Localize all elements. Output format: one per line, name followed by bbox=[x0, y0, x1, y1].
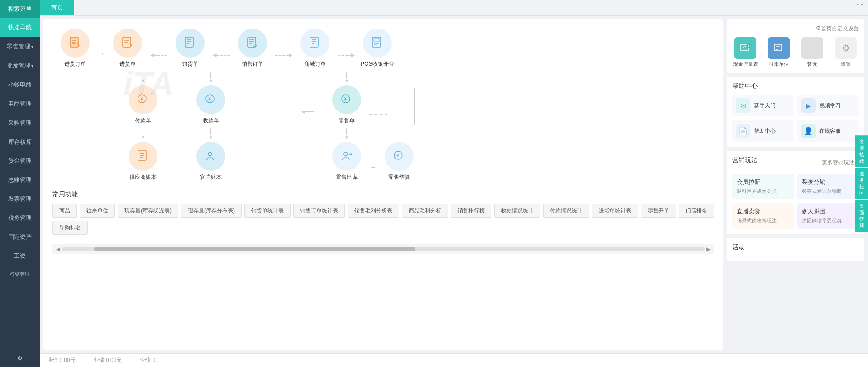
quick-icon-cashflow[interactable]: 现金流量表 bbox=[732, 37, 758, 68]
more-marketing-link[interactable]: 更多营销玩法 > bbox=[822, 159, 859, 167]
tab-home[interactable]: 首页 bbox=[40, 0, 74, 15]
func-btn-partner[interactable]: 往来单位 bbox=[80, 204, 115, 218]
sidebar-item-ledger[interactable]: 总账管理 bbox=[0, 170, 40, 189]
cashflow-icon bbox=[734, 37, 756, 59]
func-btn-sales-rank[interactable]: 销售排行榜 bbox=[451, 204, 491, 218]
svg-rect-16 bbox=[310, 37, 318, 47]
gear-icon: ⚙ bbox=[816, 25, 821, 33]
scroll-left-btn[interactable]: ◀ bbox=[54, 246, 62, 252]
quick-icon-settings[interactable]: ⚙ 设置 bbox=[833, 37, 859, 68]
node-supplier-account[interactable]: 供应商账本 bbox=[120, 142, 166, 181]
svg-point-34 bbox=[208, 152, 212, 156]
quick-icons-row: 现金流量表 往来单位 bbox=[732, 37, 859, 68]
node-payment[interactable]: ¥ 付款单 bbox=[120, 85, 166, 125]
partner-icon bbox=[768, 37, 790, 59]
v-connector-retail: ▼ bbox=[344, 126, 349, 142]
sidebar-item-marketing-mgr[interactable]: 行销管理 bbox=[0, 266, 40, 283]
node-receipt[interactable]: ¥ 收款单 bbox=[188, 85, 234, 125]
func-btn-purchase-stat[interactable]: 进货单统计表 bbox=[592, 204, 638, 218]
sidebar-item-quicknav[interactable]: 快捷导航 bbox=[0, 18, 40, 37]
sidebar-item-assets[interactable]: 固定资产 bbox=[0, 227, 40, 246]
sidebar-item-ecom-small[interactable]: 小畅电商 bbox=[0, 75, 40, 94]
node-pos[interactable]: POS收银开台 bbox=[355, 29, 400, 68]
help-item-video[interactable]: ▶ 视频学习 bbox=[797, 95, 859, 116]
node-customer-account[interactable]: 客户账本 bbox=[188, 142, 234, 181]
func-btn-guide-rank[interactable]: 导购排名 bbox=[52, 221, 88, 235]
video-icon: ▶ bbox=[801, 98, 816, 113]
customize-header[interactable]: ⚙ 首页自定义设置 bbox=[732, 25, 859, 33]
sales-order-icon bbox=[238, 29, 267, 58]
func-btn-sales-stat[interactable]: 销货单统计表 bbox=[244, 204, 291, 218]
marketing-card-group[interactable]: 多人拼团 拼团购物享受优惠 bbox=[797, 203, 859, 229]
flow-diagram: iTA bbox=[52, 29, 714, 181]
func-btn-stock1[interactable]: 现存量(库存状况表) bbox=[118, 204, 178, 218]
chevron-down-icon: ▾ bbox=[31, 44, 33, 49]
sidebar-item-finance[interactable]: 资金管理 bbox=[0, 151, 40, 170]
sidebar-settings[interactable]: ⚙ bbox=[0, 349, 40, 367]
func-btn-store-rank[interactable]: 门店排名 bbox=[679, 204, 714, 218]
float-community-btn[interactable]: 服务社区 bbox=[855, 168, 868, 199]
marketing-card-member[interactable]: 会员拉新 吸引用户成为会员 bbox=[732, 174, 794, 199]
sidebar-item-invoice[interactable]: 发票管理 bbox=[0, 189, 40, 208]
sidebar-search[interactable]: 搜索菜单 bbox=[0, 0, 40, 18]
node-sales-order[interactable]: 销售订单 bbox=[230, 29, 275, 68]
help-center-title: 帮助中心 bbox=[732, 82, 859, 90]
help-item-service[interactable]: 👤 在线客服 bbox=[797, 120, 859, 142]
dashed-connector-2: ◀ bbox=[213, 52, 230, 68]
svg-text:¥: ¥ bbox=[343, 96, 347, 101]
marketing-card-live[interactable]: 直播卖货 场景式购物新玩法 bbox=[732, 203, 794, 229]
tab-bar: 首页 ⛶ bbox=[40, 0, 868, 16]
node-purchase-order[interactable]: 进货订单 bbox=[52, 29, 98, 68]
common-functions: 常用功能 商品 往来单位 现存量(库存状况表) 现存量(库存分布表) 销货单统计… bbox=[52, 190, 714, 235]
svg-text:¥: ¥ bbox=[208, 96, 211, 101]
func-btn-stock2[interactable]: 现存量(库存分布表) bbox=[181, 204, 242, 218]
node-mall-order[interactable]: 商城订单 bbox=[292, 29, 338, 68]
empty-icon bbox=[801, 37, 823, 59]
sidebar-item-purchase[interactable]: 采购管理 bbox=[0, 113, 40, 132]
dashed-connector-1: ◀ bbox=[150, 52, 167, 68]
bottom-stat-2: 业绩 0.00元 bbox=[94, 357, 122, 364]
sidebar: 搜索菜单 快捷导航 零售管理 ▾ 批发管理 ▾ 小畅电商 电商管理 采购管理 库… bbox=[0, 0, 40, 367]
func-btn-product[interactable]: 商品 bbox=[52, 204, 77, 218]
sidebar-item-retail[interactable]: 零售管理 ▾ bbox=[0, 37, 40, 56]
left-panel: iTA bbox=[43, 19, 723, 350]
marketing-card-fission[interactable]: 裂变分销 裂变式发展分销商 bbox=[797, 174, 859, 199]
help-item-beginner[interactable]: ✉ 新手入门 bbox=[732, 95, 794, 116]
func-btn-payment-stat[interactable]: 付款情况统计 bbox=[543, 204, 589, 218]
sales-bill-icon bbox=[176, 29, 205, 58]
bottom-stat-3: 业绩 0 bbox=[140, 357, 155, 364]
node-retail-outbound[interactable]: 零售出库 bbox=[324, 142, 369, 181]
scroll-right-btn[interactable]: ▶ bbox=[705, 246, 712, 252]
func-grid: 商品 往来单位 现存量(库存状况表) 现存量(库存分布表) 销货单统计表 销售订… bbox=[52, 204, 714, 235]
sidebar-item-inventory[interactable]: 库存核算 bbox=[0, 132, 40, 151]
v-connector-payment: ▼ bbox=[141, 126, 145, 142]
quick-icon-empty[interactable]: 暂无 bbox=[799, 37, 825, 68]
node-retail-bill[interactable]: ¥ 零售单 bbox=[324, 85, 369, 125]
help-item-help[interactable]: 📄 帮助中心 bbox=[732, 120, 794, 142]
func-btn-product-profit[interactable]: 商品毛利分析 bbox=[402, 204, 448, 218]
node-sales-bill[interactable]: 销货单 bbox=[167, 29, 213, 68]
float-service-btn[interactable]: 客服热线 bbox=[855, 135, 868, 167]
fullscreen-button[interactable]: ⛶ bbox=[852, 1, 868, 14]
svg-text:¥: ¥ bbox=[140, 96, 143, 101]
float-desktop-btn[interactable]: 桌面快捷 bbox=[855, 200, 868, 232]
supplier-account-icon bbox=[129, 142, 157, 171]
help-grid: ✉ 新手入门 ▶ 视频学习 📄 帮助中心 👤 在线客服 bbox=[732, 95, 859, 142]
func-btn-retail-order[interactable]: 零售开单 bbox=[641, 204, 676, 218]
quick-icon-partner[interactable]: 往来单位 bbox=[766, 37, 792, 68]
func-btn-receipt-stat[interactable]: 收款情况统计 bbox=[494, 204, 540, 218]
purchase-bill-icon bbox=[113, 29, 142, 58]
sidebar-item-salary[interactable]: 工资 bbox=[0, 246, 40, 266]
svg-point-35 bbox=[344, 152, 348, 156]
v-connector-receipt: ▼ bbox=[209, 126, 213, 142]
node-retail-settlement[interactable]: ¥ 零售结算 bbox=[377, 142, 422, 181]
sidebar-item-wholesale[interactable]: 批发管理 ▾ bbox=[0, 56, 40, 75]
v-connector-sales: ▼ bbox=[209, 70, 213, 85]
sidebar-item-ecom[interactable]: 电商管理 bbox=[0, 94, 40, 113]
sidebar-item-tax[interactable]: 税务管理 bbox=[0, 208, 40, 227]
func-btn-order-stat[interactable]: 销售订单统计表 bbox=[293, 204, 345, 218]
func-btn-profit-analysis[interactable]: 销售毛利分析表 bbox=[348, 204, 399, 218]
scroll-track[interactable] bbox=[62, 247, 705, 251]
right-panel: ⚙ 首页自定义设置 bbox=[723, 16, 868, 353]
node-purchase-bill[interactable]: 进货单 bbox=[105, 29, 150, 68]
